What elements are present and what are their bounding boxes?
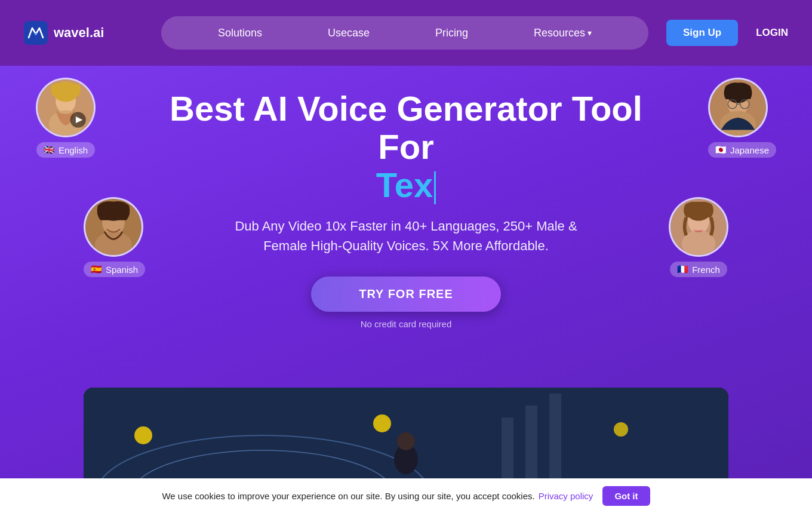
english-flag: 🇬🇧	[44, 145, 55, 155]
avatar-circle-french	[669, 197, 728, 257]
nav-solutions[interactable]: Solutions	[218, 27, 262, 39]
face-spanish	[85, 199, 142, 255]
svg-point-1	[35, 33, 37, 35]
nav-resources[interactable]: Resources	[534, 27, 592, 39]
avatar-french: 🇫🇷 French	[669, 197, 728, 277]
avatar-spanish: 🇪🇸 Spanish	[84, 197, 145, 277]
french-flag: 🇫🇷	[677, 264, 688, 275]
login-link[interactable]: LOGIN	[756, 27, 788, 39]
hero-heading-animated: Tex	[376, 165, 436, 204]
svg-point-27	[373, 414, 391, 432]
spanish-label: Spanish	[106, 265, 138, 275]
japanese-flag: 🇯🇵	[715, 145, 727, 155]
navbar: wavel.ai Solutions Usecase Pricing Resou…	[0, 0, 812, 66]
english-label: English	[59, 145, 88, 155]
nav-links: Solutions Usecase Pricing Resources	[161, 16, 648, 50]
cookie-accept-button[interactable]: Got it	[602, 486, 650, 506]
french-label: French	[692, 265, 720, 275]
signup-button[interactable]: Sign Up	[666, 20, 738, 46]
cursor	[434, 171, 436, 204]
face-japanese	[710, 79, 766, 136]
svg-point-28	[614, 422, 628, 437]
english-badge: 🇬🇧 English	[36, 142, 95, 158]
japanese-label: Japanese	[730, 145, 769, 155]
avatar-circle-spanish	[84, 197, 143, 257]
avatar-japanese: 🇯🇵 Japanese	[708, 78, 776, 158]
face-english	[38, 79, 94, 136]
hero-section: 🇬🇧 English 🇯🇵 Japanese	[0, 66, 812, 513]
logo-text: wavel.ai	[54, 25, 104, 41]
hero-heading-line1: Best AI Voice Generator Tool For	[170, 89, 642, 166]
svg-point-33	[397, 432, 415, 450]
spanish-badge: 🇪🇸 Spanish	[84, 262, 145, 277]
cookie-banner: We use cookies to improve your experienc…	[0, 478, 812, 513]
nav-usecase[interactable]: Usecase	[328, 27, 370, 39]
avatar-circle-japanese	[708, 78, 768, 137]
logo-icon	[24, 21, 48, 45]
svg-point-26	[134, 426, 152, 444]
nav-pricing[interactable]: Pricing	[435, 27, 468, 39]
hero-subheading: Dub Any Video 10x Faster in 40+ Language…	[212, 216, 600, 256]
avatar-circle-english	[36, 78, 96, 137]
avatar-english: 🇬🇧 English	[36, 78, 96, 158]
logo[interactable]: wavel.ai	[24, 21, 143, 45]
no-credit-text: No credit card required	[361, 319, 452, 329]
face-french	[670, 199, 727, 255]
cta-button[interactable]: TRY FOR FREE	[311, 277, 501, 312]
privacy-policy-link[interactable]: Privacy policy	[539, 491, 593, 501]
spanish-flag: 🇪🇸	[91, 264, 102, 275]
japanese-badge: 🇯🇵 Japanese	[708, 142, 776, 158]
cookie-message: We use cookies to improve your experienc…	[162, 491, 534, 501]
french-badge: 🇫🇷 French	[670, 262, 727, 277]
hero-heading: Best AI Voice Generator Tool For Tex	[137, 90, 675, 204]
